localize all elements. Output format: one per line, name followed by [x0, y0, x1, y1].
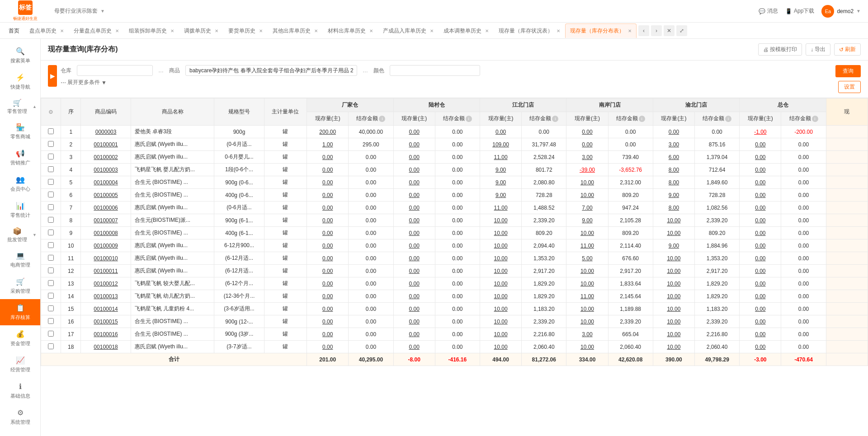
td-na-qty[interactable]: 0.00 [566, 126, 608, 138]
td-checkbox[interactable] [41, 239, 61, 252]
td-na-qty[interactable]: 10.00 [566, 176, 608, 189]
info-icon-lc[interactable]: i [466, 116, 472, 122]
td-checkbox[interactable] [41, 151, 61, 164]
sidebar-item-purchase[interactable]: 🛒 采购管理 [0, 273, 40, 299]
td-checkbox[interactable] [41, 315, 61, 328]
td-checkbox[interactable] [41, 214, 61, 227]
td-yb-qty[interactable]: 10.00 [653, 341, 694, 353]
td-jb-qty[interactable]: 11.00 [480, 202, 522, 214]
td-fc-qty[interactable]: 0.00 [307, 214, 349, 227]
sidebar-item-system[interactable]: ⚙ 系统管理 [0, 404, 40, 430]
td-fc-qty[interactable]: 0.00 [307, 277, 349, 290]
td-tot-qty[interactable]: 0.00 [740, 277, 781, 290]
tab-cost-adjust[interactable]: 成本调整单历史 ✕ [439, 23, 494, 38]
td-checkbox[interactable] [41, 227, 61, 239]
info-icon-jb[interactable]: i [552, 116, 558, 122]
td-checkbox[interactable] [41, 277, 61, 290]
td-yb-qty[interactable]: 10.00 [653, 227, 694, 239]
tab-other-out[interactable]: 其他出库单历史 ✕ [268, 23, 323, 38]
info-icon-na[interactable]: i [639, 116, 645, 122]
td-na-qty[interactable]: 10.00 [566, 277, 608, 290]
refresh-btn[interactable]: ↺ 刷新 [834, 43, 861, 56]
td-checkbox[interactable] [41, 164, 61, 176]
td-fc-qty[interactable]: 0.00 [307, 176, 349, 189]
td-tot-qty[interactable]: 0.00 [740, 265, 781, 277]
industry-selector[interactable]: 母婴行业演示陈套 ▼ [54, 7, 105, 15]
tab-close-icon[interactable]: ✕ [369, 28, 373, 33]
td-checkbox[interactable] [41, 126, 61, 138]
td-lc-qty[interactable]: 0.00 [393, 315, 435, 328]
td-fc-qty[interactable]: 0.00 [307, 328, 349, 341]
sidebar-item-search[interactable]: 🔍 搜索英单 [0, 42, 40, 69]
color-input[interactable] [390, 65, 480, 76]
td-tot-qty[interactable]: 0.00 [740, 328, 781, 341]
td-yb-qty[interactable]: 10.00 [653, 277, 694, 290]
td-na-qty[interactable]: 10.00 [566, 189, 608, 202]
td-fc-qty[interactable]: 0.00 [307, 189, 349, 202]
tab-assembly[interactable]: 组装拆卸单历史 ✕ [124, 23, 179, 38]
tab-close-icon[interactable]: ✕ [215, 28, 218, 33]
td-tot-qty[interactable]: 0.00 [740, 202, 781, 214]
td-jb-qty[interactable]: 10.00 [480, 277, 522, 290]
td-na-qty[interactable]: 7.00 [566, 202, 608, 214]
td-lc-qty[interactable]: 0.00 [393, 227, 435, 239]
td-lc-qty[interactable]: 0.00 [393, 341, 435, 353]
td-yb-qty[interactable]: 10.00 [653, 290, 694, 303]
tab-requisition[interactable]: 要货单历史 ✕ [223, 23, 268, 38]
tab-close-icon[interactable]: ✕ [628, 28, 632, 33]
td-jb-qty[interactable]: 10.00 [480, 227, 522, 239]
td-checkbox[interactable] [41, 176, 61, 189]
tab-close-icon[interactable]: ✕ [430, 28, 434, 33]
tab-expand-btn[interactable]: ⤢ [676, 25, 687, 36]
sidebar-item-mall[interactable]: 🏪 零售商城 [0, 118, 40, 145]
td-na-qty[interactable]: 11.00 [566, 239, 608, 252]
td-fc-qty[interactable]: 0.00 [307, 303, 349, 315]
td-checkbox[interactable] [41, 341, 61, 353]
td-fc-qty[interactable]: 0.00 [307, 227, 349, 239]
td-jb-qty[interactable]: 10.00 [480, 315, 522, 328]
td-checkbox[interactable] [41, 138, 61, 151]
td-na-qty[interactable]: 10.00 [566, 303, 608, 315]
col-settings-icon[interactable]: ⚙ [48, 109, 53, 115]
td-tot-qty[interactable]: -1.00 [740, 126, 781, 138]
app-download-btn[interactable]: 📱 App下载 [785, 7, 814, 15]
td-tot-qty[interactable]: 0.00 [740, 227, 781, 239]
td-na-qty[interactable]: 3.00 [566, 151, 608, 164]
info-icon-tot[interactable]: i [812, 116, 818, 122]
tab-close-all-btn[interactable]: ✕ [664, 25, 675, 36]
warehouse-picker-btn[interactable]: … [158, 67, 164, 74]
td-jb-qty[interactable]: 9.00 [480, 189, 522, 202]
td-fc-qty[interactable]: 0.00 [307, 164, 349, 176]
td-jb-qty[interactable]: 9.00 [480, 164, 522, 176]
td-lc-qty[interactable]: 0.00 [393, 214, 435, 227]
tab-partial-count[interactable]: 分量盘点单历史 ✕ [69, 23, 124, 38]
td-tot-qty[interactable]: 0.00 [740, 214, 781, 227]
td-fc-qty[interactable]: 1.00 [307, 138, 349, 151]
td-jb-qty[interactable]: 10.00 [480, 239, 522, 252]
warehouse-input[interactable] [77, 65, 153, 76]
sidebar-item-collab[interactable]: 🤝 企业协同 [0, 430, 40, 436]
td-na-qty[interactable]: 10.00 [566, 227, 608, 239]
td-na-qty[interactable]: 9.00 [566, 214, 608, 227]
td-fc-qty[interactable]: 0.00 [307, 239, 349, 252]
td-jb-qty[interactable]: 10.00 [480, 328, 522, 341]
td-yb-qty[interactable]: 10.00 [653, 303, 694, 315]
td-checkbox[interactable] [41, 189, 61, 202]
info-icon-yb[interactable]: i [725, 116, 731, 122]
td-jb-qty[interactable]: 109.00 [480, 138, 522, 151]
td-na-qty[interactable]: 10.00 [566, 265, 608, 277]
td-yb-qty[interactable]: 8.00 [653, 176, 694, 189]
sidebar-item-member[interactable]: 👥 会员中心 [0, 171, 40, 197]
td-na-qty[interactable]: 10.00 [566, 315, 608, 328]
td-lc-qty[interactable]: 0.00 [393, 239, 435, 252]
tab-material-out[interactable]: 材料出库单历史 ✕ [323, 23, 378, 38]
td-tot-qty[interactable]: 0.00 [740, 303, 781, 315]
tab-inventory-count[interactable]: 盘点单历史 ✕ [24, 23, 69, 38]
td-yb-qty[interactable]: 3.00 [653, 138, 694, 151]
sidebar-item-inventory[interactable]: 📋 库存核算 [0, 299, 40, 325]
tab-next-btn[interactable]: › [651, 25, 662, 36]
td-checkbox[interactable] [41, 328, 61, 341]
td-fc-qty[interactable]: 0.00 [307, 252, 349, 265]
sidebar-item-basic[interactable]: ℹ 基础信息 [0, 378, 40, 404]
td-tot-qty[interactable]: 0.00 [740, 239, 781, 252]
